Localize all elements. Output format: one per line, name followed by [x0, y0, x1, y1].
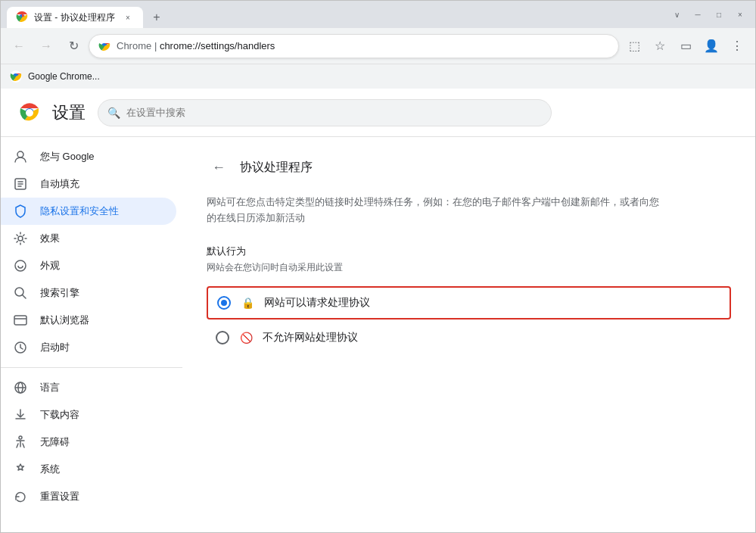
bookmark-button[interactable]: ☆: [648, 34, 672, 58]
settings-search-box[interactable]: 🔍: [98, 99, 552, 126]
chrome-settings-logo: [19, 102, 40, 123]
sidebar-downloads-icon: [13, 407, 28, 422]
section-title: 默认行为: [207, 245, 731, 258]
browser-window: 设置 - 协议处理程序 × + ∨ ─ □ × ← → ↻: [0, 0, 756, 533]
separator: |: [154, 40, 160, 51]
sidebar-item-downloads[interactable]: 下载内容: [1, 401, 176, 429]
sidebar-autofill-icon: [13, 176, 28, 192]
sidebar-system-icon: [13, 462, 28, 477]
option-deny-radio[interactable]: [216, 331, 229, 344]
svg-point-11: [18, 236, 23, 241]
sidebar-language-icon: [13, 380, 28, 395]
svg-point-18: [19, 436, 22, 439]
sidebar-privacy-label: 隐私设置和安全性: [40, 204, 119, 218]
sidebar-language-label: 语言: [40, 381, 60, 394]
window-controls: ∨ ─ □ ×: [667, 5, 749, 23]
sidebar-item-appearance[interactable]: 外观: [1, 252, 176, 279]
tab-bar: 设置 - 协议处理程序 × +: [7, 1, 667, 28]
sidebar-item-system[interactable]: 系统: [1, 456, 176, 483]
refresh-button[interactable]: ↻: [61, 34, 86, 58]
address-bar[interactable]: Chrome | chrome://settings/handlers: [89, 34, 619, 58]
chrome-text: Chrome: [117, 40, 151, 51]
nav-actions: ⬚ ☆ ▭ 👤 ⋮: [622, 34, 749, 58]
sidebar-item-google[interactable]: 您与 Google: [1, 143, 176, 170]
sidebar: 您与 Google自动填充隐私设置和安全性效果外观搜索引擎默认浏览器启动时语言下…: [1, 137, 182, 532]
minimize-button[interactable]: ∨: [667, 5, 686, 23]
menu-icon: ⋮: [731, 39, 743, 53]
profile-button[interactable]: 👤: [699, 34, 723, 58]
sidebar-autofill-label: 自动填充: [40, 177, 79, 191]
page-description: 网站可在您点击特定类型的链接时处理特殊任务，例如：在您的电子邮件客户端中创建新邮…: [207, 195, 661, 226]
sidebar-item-startup[interactable]: 启动时: [1, 334, 176, 361]
svg-point-9: [17, 151, 23, 157]
tab-close-button[interactable]: ×: [122, 11, 134, 23]
address-text: Chrome | chrome://settings/handlers: [117, 40, 609, 51]
back-button[interactable]: ←: [7, 34, 31, 58]
sidebar-item-search[interactable]: 搜索引擎: [1, 279, 176, 307]
svg-rect-14: [14, 316, 26, 325]
search-icon: 🔍: [107, 107, 120, 119]
split-button[interactable]: ▭: [674, 34, 698, 58]
content-area: ← 协议处理程序 网站可在您点击特定类型的链接时处理特殊任务，例如：在您的电子邮…: [182, 137, 755, 532]
option-allow-icon: 🔒: [240, 295, 255, 310]
content-back-button[interactable]: ←: [207, 155, 231, 179]
sidebar-item-autofill[interactable]: 自动填充: [1, 170, 176, 198]
sidebar-accessibility-icon: [13, 435, 28, 450]
split-icon: ▭: [680, 39, 692, 53]
option-deny[interactable]: 🚫 不允许网站处理协议: [207, 323, 731, 353]
option-allow-radio[interactable]: [217, 296, 231, 310]
google-favicon: [10, 70, 22, 83]
sidebar-item-language[interactable]: 语言: [1, 374, 176, 401]
sidebar-item-privacy[interactable]: 隐私设置和安全性: [1, 198, 176, 225]
refresh-icon: ↻: [69, 39, 79, 53]
address-favicon: [98, 40, 110, 52]
close-button[interactable]: ×: [731, 5, 749, 23]
forward-button[interactable]: →: [34, 34, 58, 58]
new-tab-button[interactable]: +: [146, 7, 167, 28]
sidebar-reset-icon: [13, 489, 28, 504]
sidebar-reset-label: 重置设置: [40, 490, 79, 503]
tab-favicon: [16, 11, 28, 23]
restore-button[interactable]: ─: [689, 5, 707, 23]
sidebar-google-label: 您与 Google: [40, 150, 95, 164]
search-input[interactable]: [126, 107, 542, 118]
menu-button[interactable]: ⋮: [725, 34, 749, 58]
sidebar-google-icon: [13, 149, 28, 164]
tab-title: 设置 - 协议处理程序: [34, 11, 116, 24]
sidebar-item-effects[interactable]: 效果: [1, 225, 176, 252]
sidebar-browser-icon: [13, 313, 28, 328]
navigation-bar: ← → ↻ Chrome | chrome://settings/handler…: [1, 28, 755, 64]
svg-point-12: [15, 260, 26, 271]
sidebar-startup-label: 启动时: [40, 341, 70, 354]
sidebar-system-label: 系统: [40, 463, 60, 476]
section-subtitle: 网站会在您访问时自动采用此设置: [207, 261, 731, 274]
title-bar: 设置 - 协议处理程序 × + ∨ ─ □ ×: [1, 1, 755, 28]
cast-icon: ⬚: [629, 39, 640, 53]
bookmarks-bar: Google Chrome...: [1, 64, 755, 89]
option-allow[interactable]: 🔒 网站可以请求处理协议: [207, 286, 731, 319]
maximize-button[interactable]: □: [710, 5, 728, 23]
active-tab[interactable]: 设置 - 协议处理程序 ×: [7, 7, 143, 28]
option-allow-label: 网站可以请求处理协议: [264, 296, 370, 310]
bookmark-label[interactable]: Google Chrome...: [28, 71, 100, 82]
url-text: chrome://settings/handlers: [160, 40, 275, 51]
sidebar-search-icon: [13, 285, 28, 301]
sidebar-item-accessibility[interactable]: 无障碍: [1, 429, 176, 456]
settings-title: 设置: [52, 101, 86, 124]
page-title: 协议处理程序: [240, 160, 313, 176]
sidebar-effects-icon: [13, 231, 28, 246]
sidebar-startup-icon: [13, 340, 28, 355]
sidebar-appearance-label: 外观: [40, 259, 60, 273]
sidebar-item-browser[interactable]: 默认浏览器: [1, 307, 176, 334]
main-content: 您与 Google自动填充隐私设置和安全性效果外观搜索引擎默认浏览器启动时语言下…: [1, 137, 755, 532]
settings-header: 设置 🔍: [1, 89, 755, 137]
sidebar-accessibility-label: 无障碍: [40, 435, 70, 449]
option-deny-icon: 🚫: [238, 330, 254, 345]
cast-button[interactable]: ⬚: [622, 34, 646, 58]
forward-icon: →: [40, 39, 52, 53]
sidebar-divider: [1, 367, 182, 368]
sidebar-appearance-icon: [13, 258, 28, 273]
sidebar-browser-label: 默认浏览器: [40, 313, 89, 327]
back-icon: ←: [13, 39, 25, 53]
sidebar-item-reset[interactable]: 重置设置: [1, 483, 176, 510]
